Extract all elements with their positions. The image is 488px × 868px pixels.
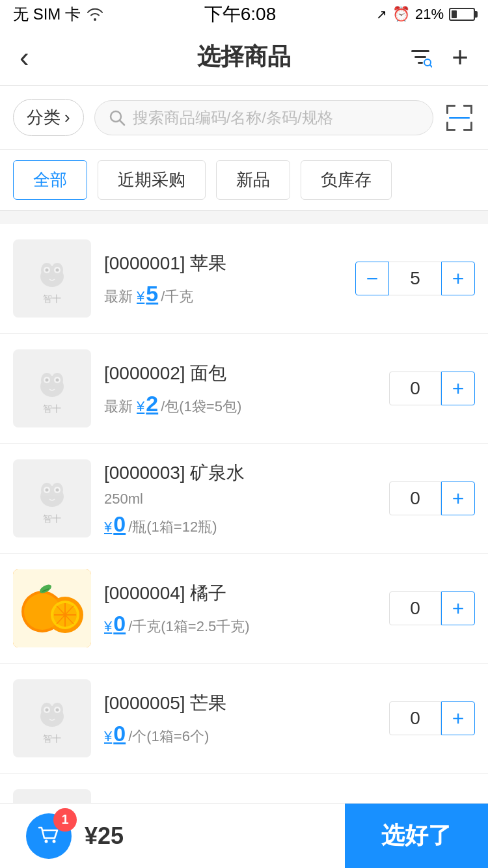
owl-brand-text: 智十 xyxy=(43,513,61,525)
quantity-increase-button[interactable]: + xyxy=(441,591,475,625)
product-item: 智十 [0000001] 苹果 最新 ¥ 5 /千克 − + xyxy=(0,224,488,334)
owl-placeholder: 智十 xyxy=(33,362,72,415)
product-list: 智十 [0000001] 苹果 最新 ¥ 5 /千克 − + xyxy=(0,224,488,868)
quantity-input[interactable] xyxy=(389,591,441,625)
category-button[interactable]: 分类 › xyxy=(13,99,84,136)
confirm-button[interactable]: 选好了 xyxy=(345,804,488,868)
svg-point-22 xyxy=(56,269,59,272)
product-price: ¥ 0 /瓶(1箱=12瓶) xyxy=(104,511,376,537)
carrier-text: 无 SIM 卡 xyxy=(13,4,81,25)
back-button[interactable]: ‹ xyxy=(20,41,29,74)
price-symbol: ¥ xyxy=(104,618,112,635)
quantity-input[interactable] xyxy=(389,372,441,405)
owl-brand-text: 智十 xyxy=(43,403,61,415)
tab-recent[interactable]: 近期采购 xyxy=(98,160,206,200)
price-unit: /千克(1箱=2.5千克) xyxy=(128,617,249,636)
svg-rect-15 xyxy=(449,117,470,119)
product-info: [0000001] 苹果 最新 ¥ 5 /千克 xyxy=(104,251,342,306)
battery-icon xyxy=(449,8,475,21)
product-spec: 250ml xyxy=(104,491,376,508)
status-time: 下午6:08 xyxy=(204,2,277,27)
svg-rect-14 xyxy=(470,122,472,131)
wifi-icon xyxy=(86,8,104,21)
quantity-increase-button[interactable]: + xyxy=(441,262,475,295)
tab-all[interactable]: 全部 xyxy=(13,160,87,200)
add-button[interactable]: + xyxy=(452,41,468,74)
status-bar: 无 SIM 卡 下午6:08 ↗ ⏰ 21% xyxy=(0,0,488,29)
filter-icon[interactable] xyxy=(409,46,432,69)
price-symbol: ¥ xyxy=(104,728,112,745)
svg-line-4 xyxy=(430,65,432,67)
svg-rect-10 xyxy=(470,105,472,114)
owl-placeholder: 智十 xyxy=(33,472,72,525)
price-amount: 0 xyxy=(113,511,126,537)
quantity-increase-button[interactable]: + xyxy=(441,372,475,405)
svg-point-21 xyxy=(46,269,49,272)
product-info: [0000005] 芒果 ¥ 0 /个(1箱=6个) xyxy=(104,690,376,746)
product-name: [0000004] 橘子 xyxy=(104,580,376,606)
product-item: [0000004] 橘子 ¥ 0 /千克(1箱=2.5千克) + xyxy=(0,554,488,664)
bottom-bar: 1 ¥25 选好了 xyxy=(0,803,488,868)
owl-brand-text: 智十 xyxy=(43,293,61,305)
price-prefix: 最新 xyxy=(104,287,133,306)
svg-point-70 xyxy=(45,839,48,843)
status-right: ↗ ⏰ 21% xyxy=(376,6,475,23)
quantity-control: + xyxy=(389,481,475,515)
price-symbol: ¥ xyxy=(137,288,144,305)
location-icon: ↗ xyxy=(376,7,387,22)
svg-rect-12 xyxy=(446,122,448,131)
product-item: 智十 [0000002] 面包 最新 ¥ 2 /包(1袋=5包) + xyxy=(0,334,488,444)
price-prefix: 最新 xyxy=(104,397,133,416)
nav-left: ‹ xyxy=(20,41,29,74)
search-icon xyxy=(108,109,126,127)
orange-image xyxy=(13,569,91,647)
svg-rect-0 xyxy=(411,50,429,52)
cart-icon-button[interactable]: 1 xyxy=(26,813,72,859)
cart-area: 1 ¥25 xyxy=(0,813,345,859)
price-unit: /包(1袋=5包) xyxy=(161,397,241,416)
quantity-input[interactable] xyxy=(389,262,441,295)
page-title: 选择商品 xyxy=(197,41,291,73)
quantity-input[interactable] xyxy=(389,701,441,735)
search-input-wrapper[interactable]: 搜索商品编码/名称/条码/规格 xyxy=(94,100,433,135)
svg-rect-8 xyxy=(446,105,448,114)
search-placeholder: 搜索商品编码/名称/条码/规格 xyxy=(133,107,333,128)
product-name: [0000005] 芒果 xyxy=(104,690,376,716)
quantity-control: + xyxy=(389,591,475,625)
price-amount: 5 xyxy=(146,281,158,306)
price-unit: /个(1箱=6个) xyxy=(128,727,209,746)
svg-point-35 xyxy=(46,489,49,492)
svg-point-5 xyxy=(111,111,121,122)
quantity-increase-button[interactable]: + xyxy=(441,701,475,735)
scan-icon[interactable] xyxy=(444,102,475,133)
svg-point-29 xyxy=(56,379,59,382)
product-price: ¥ 0 /个(1箱=6个) xyxy=(104,721,376,746)
product-price: 最新 ¥ 2 /包(1袋=5包) xyxy=(104,391,376,416)
price-unit: /千克 xyxy=(161,287,193,306)
tab-new[interactable]: 新品 xyxy=(216,160,290,200)
product-thumbnail: 智十 xyxy=(13,349,91,427)
product-item: 智十 [0000003] 矿泉水 250ml ¥ 0 /瓶(1箱=12瓶) + xyxy=(0,444,488,554)
quantity-control: + xyxy=(389,372,475,405)
tab-negative[interactable]: 负库存 xyxy=(301,160,392,200)
product-thumbnail: 智十 xyxy=(13,239,91,318)
product-name: [0000002] 面包 xyxy=(104,360,376,386)
product-price: 最新 ¥ 5 /千克 xyxy=(104,281,342,306)
quantity-control: − + xyxy=(355,262,475,295)
price-symbol: ¥ xyxy=(137,398,144,415)
svg-rect-2 xyxy=(418,62,423,64)
price-amount: 0 xyxy=(113,611,126,636)
alarm-icon: ⏰ xyxy=(392,6,410,23)
owl-brand-text: 智十 xyxy=(43,733,61,745)
quantity-decrease-button[interactable]: − xyxy=(355,262,389,295)
quantity-increase-button[interactable]: + xyxy=(441,481,475,515)
svg-rect-1 xyxy=(414,56,426,58)
quantity-input[interactable] xyxy=(389,481,441,515)
battery-percent: 21% xyxy=(415,6,444,23)
product-thumbnail: 智十 xyxy=(13,679,91,757)
svg-point-36 xyxy=(56,489,59,492)
svg-point-28 xyxy=(46,379,49,382)
product-thumbnail xyxy=(13,569,91,647)
product-price: ¥ 0 /千克(1箱=2.5千克) xyxy=(104,611,376,636)
svg-point-55 xyxy=(56,709,59,712)
